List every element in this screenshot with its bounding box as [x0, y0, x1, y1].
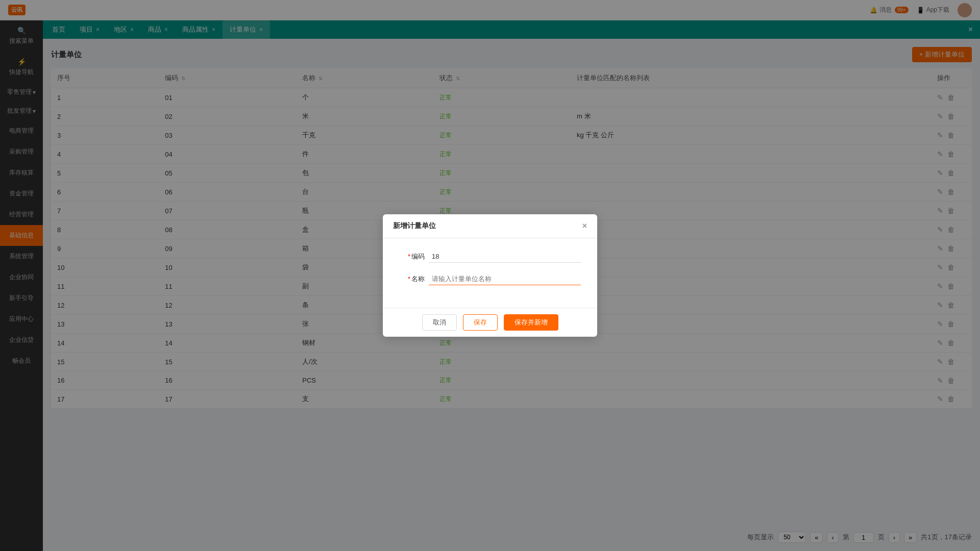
- name-label: *名称: [399, 274, 425, 284]
- required-star-code: *: [408, 253, 410, 260]
- dialog-body: *编码 *名称: [383, 238, 597, 308]
- form-row-code: *编码: [399, 251, 581, 263]
- modal-overlay[interactable]: 新增计量单位 × *编码 *名称 取消 保存 保存并新增: [0, 0, 980, 551]
- dialog-close-btn[interactable]: ×: [582, 221, 587, 231]
- cancel-button[interactable]: 取消: [422, 314, 457, 331]
- dialog-title: 新增计量单位: [393, 221, 436, 231]
- save-button[interactable]: 保存: [463, 314, 498, 331]
- required-star-name: *: [408, 275, 410, 283]
- dialog-footer: 取消 保存 保存并新增: [383, 308, 597, 337]
- name-input[interactable]: [429, 273, 581, 285]
- dialog-header: 新增计量单位 ×: [383, 214, 597, 238]
- add-measure-unit-dialog: 新增计量单位 × *编码 *名称 取消 保存 保存并新增: [383, 214, 597, 337]
- code-label: *编码: [399, 252, 425, 261]
- code-input[interactable]: [429, 251, 581, 263]
- form-row-name: *名称: [399, 273, 581, 285]
- save-and-new-button[interactable]: 保存并新增: [504, 314, 558, 331]
